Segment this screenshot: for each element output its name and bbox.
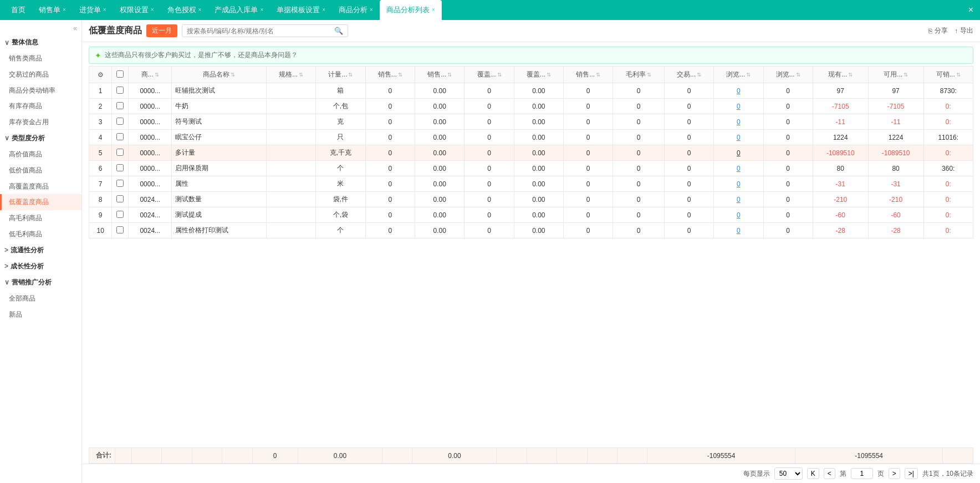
row-browse1[interactable]: 0 [714, 223, 763, 238]
sidebar-section-overall[interactable]: ∨ 整体信息 [0, 34, 81, 50]
prev-page-btn[interactable]: < [824, 468, 835, 479]
row-browse1[interactable]: 0 [714, 145, 763, 161]
col-sales3[interactable]: 销售...⇅ [564, 67, 613, 83]
sidebar-item-traded-goods[interactable]: 交易过的商品 [0, 67, 81, 83]
col-current[interactable]: 现有...⇅ [813, 67, 868, 83]
nav-analysis-close[interactable]: × [370, 0, 373, 20]
sidebar-item-all-goods[interactable]: 全部商品 [0, 291, 81, 307]
sidebar-item-new-goods[interactable]: 新品 [0, 307, 81, 323]
nav-analysis-list-close[interactable]: × [432, 0, 435, 20]
nav-home[interactable]: 首页 [4, 0, 32, 20]
page-input[interactable] [851, 468, 873, 479]
nav-product[interactable]: 产成品入库单 × [208, 0, 270, 20]
last-page-btn[interactable]: >| [905, 468, 918, 479]
col-unit[interactable]: 计量...⇅ [316, 67, 365, 83]
row-browse1[interactable]: 0 [714, 176, 763, 192]
nav-sales[interactable]: 销售单 × [32, 0, 73, 20]
row-current: -60 [813, 207, 868, 223]
sidebar-collapse-btn[interactable]: « [0, 22, 81, 34]
col-cov2[interactable]: 覆盖...⇅ [514, 67, 563, 83]
row-browse1[interactable]: 0 [714, 83, 763, 99]
nav-analysis[interactable]: 商品分析 × [332, 0, 380, 20]
sidebar-section-marketing[interactable]: ∨ 营销推广分析 [0, 274, 81, 291]
sidebar-item-stocked-goods[interactable]: 有库存商品 [0, 98, 81, 114]
sidebar-item-low-value[interactable]: 低价值商品 [0, 162, 81, 179]
search-icon[interactable]: 🔍 [334, 27, 343, 35]
share-icon: ⎘ [928, 27, 932, 35]
col-checkbox[interactable] [112, 67, 129, 83]
nav-template-close[interactable]: × [322, 0, 325, 20]
row-checkbox[interactable] [112, 207, 129, 223]
sidebar-item-sales-goods[interactable]: 销售类商品 [0, 50, 81, 67]
sidebar-section-growth[interactable]: > 成长性分析 [0, 258, 81, 274]
nav-purchase[interactable]: 进货单 × [73, 0, 113, 20]
row-browse1[interactable]: 0 [714, 114, 763, 130]
nav-template[interactable]: 单据模板设置 × [270, 0, 332, 20]
row-checkbox[interactable] [112, 192, 129, 207]
next-page-btn[interactable]: > [889, 468, 900, 479]
nav-analysis-list[interactable]: 商品分析列表 × [380, 0, 442, 20]
content-header: 低覆盖度商品 近一月 🔍 ⎘ 分享 ↑ 导出 [82, 20, 980, 42]
row-checkbox[interactable] [112, 114, 129, 130]
row-spec [266, 145, 315, 161]
row-checkbox[interactable] [112, 99, 129, 114]
sidebar-section-flow[interactable]: > 流通性分析 [0, 242, 81, 258]
row-sales-qty: 0 [365, 192, 415, 207]
nav-sales-close[interactable]: × [63, 0, 66, 20]
row-checkbox[interactable] [112, 130, 129, 145]
sidebar-item-high-margin[interactable]: 高毛利商品 [0, 210, 81, 226]
export-btn[interactable]: ↑ 导出 [955, 26, 973, 35]
sidebar-item-stock-funds[interactable]: 库存资金占用 [0, 114, 81, 130]
row-browse1[interactable]: 0 [714, 161, 763, 176]
col-sales-qty[interactable]: 销售...⇅ [365, 67, 415, 83]
share-btn[interactable]: ⎘ 分享 [928, 26, 948, 35]
row-checkbox[interactable] [112, 223, 129, 238]
nav-permission-close[interactable]: × [151, 0, 154, 20]
nav-purchase-close[interactable]: × [103, 0, 106, 20]
filter-period-btn[interactable]: 近一月 [146, 24, 177, 37]
row-sales3: 0 [564, 192, 613, 207]
col-browse1[interactable]: 浏览...⇅ [714, 67, 763, 83]
sidebar-item-category-rate[interactable]: 商品分类动销率 [0, 83, 81, 99]
table-container[interactable]: ⚙ 商...⇅ 商品名称⇅ 规格...⇅ 计量...⇅ 销售...⇅ 销售...… [82, 66, 980, 448]
row-checkbox[interactable] [112, 176, 129, 192]
row-browse1[interactable]: 0 [714, 207, 763, 223]
col-settings[interactable]: ⚙ [89, 67, 112, 83]
col-gross[interactable]: 毛利率⇅ [613, 67, 664, 83]
row-browse1[interactable]: 0 [714, 99, 763, 114]
sidebar-item-low-coverage[interactable]: 低覆盖度商品 [0, 194, 81, 210]
search-input[interactable] [187, 27, 334, 35]
col-spec[interactable]: 规格...⇅ [266, 67, 315, 83]
nav-role[interactable]: 角色授权 × [161, 0, 208, 20]
row-trade: 0 [664, 130, 713, 145]
col-sales-amt[interactable]: 销售...⇅ [415, 67, 465, 83]
col-name[interactable]: 商品名称⇅ [172, 67, 267, 83]
page-size-select[interactable]: 50 10 20 100 [774, 467, 803, 480]
col-trade[interactable]: 交易...⇅ [664, 67, 713, 83]
row-browse1[interactable]: 0 [714, 130, 763, 145]
row-spec [266, 176, 315, 192]
row-available: 1224 [868, 130, 923, 145]
col-sellable[interactable]: 可销...⇅ [923, 67, 973, 83]
col-code[interactable]: 商...⇅ [129, 67, 172, 83]
select-all-checkbox[interactable] [116, 70, 124, 78]
nav-role-close[interactable]: × [198, 0, 202, 20]
row-checkbox[interactable] [112, 83, 129, 99]
sidebar-item-high-coverage[interactable]: 高覆盖度商品 [0, 179, 81, 195]
col-available[interactable]: 可用...⇅ [868, 67, 923, 83]
first-page-btn[interactable]: K [807, 468, 819, 479]
nav-close-all[interactable]: × [968, 5, 973, 15]
nav-permission[interactable]: 权限设置 × [113, 0, 161, 20]
row-gross: 0 [613, 83, 664, 99]
col-browse2[interactable]: 浏览...⇅ [763, 67, 813, 83]
row-browse1[interactable]: 0 [714, 192, 763, 207]
row-unit: 箱 [316, 83, 365, 99]
total-unit-placeholder [222, 448, 252, 464]
row-checkbox[interactable] [112, 161, 129, 176]
nav-product-close[interactable]: × [260, 0, 263, 20]
sidebar-item-low-margin[interactable]: 低毛利商品 [0, 226, 81, 242]
col-cov1[interactable]: 覆盖...⇅ [465, 67, 514, 83]
row-checkbox[interactable] [112, 145, 129, 161]
sidebar-item-high-value[interactable]: 高价值商品 [0, 146, 81, 162]
sidebar-section-type[interactable]: ∨ 类型度分析 [0, 130, 81, 146]
